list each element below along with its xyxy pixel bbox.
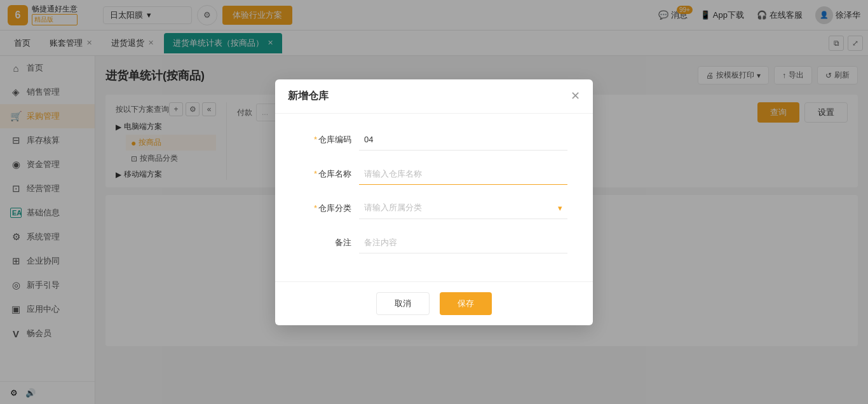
chevron-category-icon: ▾	[558, 203, 562, 213]
dialog-title: 新增仓库	[288, 90, 329, 103]
dialog-body: *仓库编码 *仓库名称 *仓库分类 请输入所属分类 ▾	[275, 114, 593, 281]
category-label: *仓库分类	[301, 203, 351, 214]
new-warehouse-dialog: 新增仓库 ✕ *仓库编码 *仓库名称 *仓库分类	[275, 79, 593, 325]
required-mark: *	[314, 135, 317, 144]
required-mark: *	[314, 169, 317, 178]
form-row-name: *仓库名称	[301, 163, 567, 185]
name-label: *仓库名称	[301, 168, 351, 180]
category-placeholder: 请输入所属分类	[364, 202, 422, 213]
warehouse-code-input[interactable]	[359, 129, 567, 151]
save-button[interactable]: 保存	[440, 292, 492, 315]
required-mark: *	[314, 203, 317, 213]
dialog-header: 新增仓库 ✕	[275, 79, 593, 114]
form-row-code: *仓库编码	[301, 129, 567, 151]
category-dropdown[interactable]: 请输入所属分类 ▾	[359, 198, 567, 219]
dialog-footer: 取消 保存	[275, 281, 593, 325]
warehouse-remark-input[interactable]	[359, 232, 567, 253]
form-row-remark: 备注	[301, 232, 567, 253]
cancel-button[interactable]: 取消	[376, 292, 430, 315]
dialog-close-button[interactable]: ✕	[571, 90, 580, 102]
remark-label: 备注	[301, 237, 351, 248]
code-label: *仓库编码	[301, 134, 351, 145]
warehouse-name-input[interactable]	[359, 163, 567, 185]
form-row-category: *仓库分类 请输入所属分类 ▾	[301, 198, 567, 219]
dialog-overlay[interactable]: 新增仓库 ✕ *仓库编码 *仓库名称 *仓库分类	[0, 0, 868, 404]
